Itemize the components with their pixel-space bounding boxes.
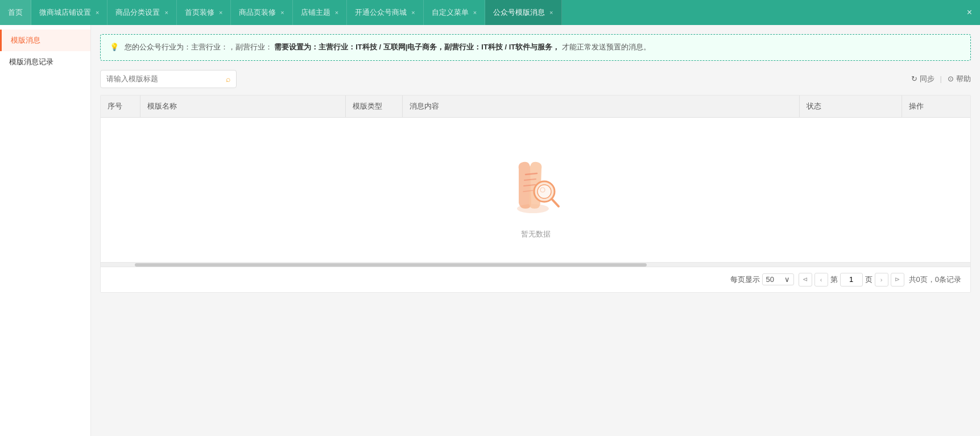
close-icon[interactable]: × bbox=[549, 9, 553, 16]
close-icon[interactable]: × bbox=[335, 9, 338, 16]
chevron-down-icon: ∨ bbox=[784, 275, 790, 284]
prev-page-button[interactable]: ‹ bbox=[814, 273, 828, 286]
close-icon[interactable]: × bbox=[473, 9, 477, 16]
help-label: 帮助 bbox=[956, 74, 971, 84]
page-word: 页 bbox=[865, 275, 873, 285]
page-size-value: 50 bbox=[766, 275, 774, 284]
empty-illustration bbox=[502, 152, 570, 220]
top-navigation: 首页 微商城店铺设置 × 商品分类设置 × 首页装修 × 商品页装修 × 店铺主… bbox=[0, 0, 980, 25]
nav-tab-custom-menu-label: 自定义菜单 bbox=[432, 7, 469, 18]
th-content: 消息内容 bbox=[403, 95, 800, 117]
next-page-button[interactable]: › bbox=[875, 273, 888, 286]
close-icon[interactable]: × bbox=[411, 9, 415, 16]
search-input[interactable] bbox=[106, 74, 226, 83]
last-page-button[interactable]: ⊳ bbox=[891, 273, 904, 286]
nav-tab-home-label: 首页 bbox=[8, 7, 23, 18]
sidebar-item-template-message[interactable]: 模版消息 bbox=[0, 30, 90, 51]
sidebar: 模版消息 模版消息记录 bbox=[0, 25, 91, 436]
empty-text: 暂无数据 bbox=[521, 229, 551, 239]
page-controls: ⊲ ‹ 第 页 › ⊳ bbox=[799, 273, 904, 286]
help-icon: ⊙ bbox=[948, 74, 954, 83]
close-all-icon: × bbox=[967, 7, 972, 18]
th-seq: 序号 bbox=[101, 95, 140, 117]
nav-tab-homepage-decor[interactable]: 首页装修 × bbox=[177, 0, 231, 25]
sync-label: 同步 bbox=[920, 74, 934, 84]
data-table: 序号 模版名称 模版类型 消息内容 状态 操作 bbox=[100, 95, 971, 293]
nav-tab-shop-theme[interactable]: 店铺主题 × bbox=[293, 0, 347, 25]
close-icon[interactable]: × bbox=[96, 9, 99, 16]
search-input-wrap[interactable]: ⌕ bbox=[100, 70, 237, 88]
nav-tab-open-wechat-mall-label: 开通公众号商城 bbox=[355, 7, 407, 18]
nav-tab-category-settings[interactable]: 商品分类设置 × bbox=[107, 0, 176, 25]
divider: | bbox=[940, 74, 942, 83]
nav-tab-shop-theme-label: 店铺主题 bbox=[301, 7, 330, 18]
notice-prefix-text: 您的公众号行业为：主营行业：，副营行业： bbox=[125, 43, 272, 51]
notice-suffix-text: 才能正常发送预置的消息。 bbox=[562, 43, 651, 51]
nav-tab-open-wechat-mall[interactable]: 开通公众号商城 × bbox=[347, 0, 423, 25]
scrollbar-thumb[interactable] bbox=[135, 263, 647, 267]
horizontal-scrollbar[interactable] bbox=[101, 262, 970, 267]
nav-tab-product-decor[interactable]: 商品页装修 × bbox=[231, 0, 292, 25]
page-size-select: 每页显示 50 ∨ bbox=[730, 273, 794, 285]
search-icon[interactable]: ⌕ bbox=[226, 74, 230, 84]
page-di-label: 第 bbox=[830, 275, 838, 285]
search-actions: ↻ 同步 | ⊙ 帮助 bbox=[911, 74, 971, 84]
content-area: 💡 您的公众号行业为：主营行业：，副营行业： 需要设置为：主营行业：IT科技 /… bbox=[91, 25, 980, 436]
page-size-dropdown[interactable]: 50 ∨ bbox=[762, 273, 794, 285]
th-status: 状态 bbox=[800, 95, 902, 117]
nav-tab-home[interactable]: 首页 bbox=[0, 0, 31, 25]
close-all-button[interactable]: × bbox=[959, 0, 980, 25]
th-action: 操作 bbox=[902, 95, 970, 117]
main-layout: 模版消息 模版消息记录 💡 您的公众号行业为：主营行业：，副营行业： 需要设置为… bbox=[0, 25, 980, 436]
nav-tab-wechat-template-label: 公众号模版消息 bbox=[493, 7, 545, 18]
nav-tab-custom-menu[interactable]: 自定义菜单 × bbox=[424, 0, 485, 25]
page-number-input[interactable] bbox=[840, 273, 863, 286]
notice-highlight-text: 需要设置为：主营行业：IT科技 / 互联网|电子商务，副营行业：IT科技 / I… bbox=[274, 43, 560, 51]
th-name: 模版名称 bbox=[140, 95, 346, 117]
nav-tab-shop-settings-label: 微商城店铺设置 bbox=[39, 7, 91, 18]
sync-icon: ↻ bbox=[911, 74, 917, 83]
notice-box: 💡 您的公众号行业为：主营行业：，副营行业： 需要设置为：主营行业：IT科技 /… bbox=[100, 34, 971, 61]
notice-icon: 💡 bbox=[110, 43, 119, 51]
close-icon[interactable]: × bbox=[164, 9, 168, 16]
sidebar-item-template-message-label: 模版消息 bbox=[11, 36, 40, 44]
sidebar-item-template-message-record[interactable]: 模版消息记录 bbox=[0, 51, 90, 73]
help-button[interactable]: ⊙ 帮助 bbox=[948, 74, 971, 84]
close-icon[interactable]: × bbox=[280, 9, 284, 16]
first-page-button[interactable]: ⊲ bbox=[799, 273, 812, 286]
nav-tab-wechat-template[interactable]: 公众号模版消息 × bbox=[485, 0, 561, 25]
search-bar: ⌕ ↻ 同步 | ⊙ 帮助 bbox=[100, 70, 971, 88]
page-size-label: 每页显示 bbox=[730, 275, 760, 285]
nav-tab-shop-settings[interactable]: 微商城店铺设置 × bbox=[31, 0, 107, 25]
empty-state: 暂无数据 bbox=[101, 118, 970, 262]
th-type: 模版类型 bbox=[346, 95, 403, 117]
nav-tab-category-settings-label: 商品分类设置 bbox=[115, 7, 160, 18]
svg-line-7 bbox=[552, 199, 559, 206]
page-total: 共0页，0条记录 bbox=[909, 275, 961, 285]
close-icon[interactable]: × bbox=[219, 9, 222, 16]
table-header: 序号 模版名称 模版类型 消息内容 状态 操作 bbox=[101, 95, 970, 118]
nav-tab-homepage-decor-label: 首页装修 bbox=[185, 7, 214, 18]
sync-button[interactable]: ↻ 同步 bbox=[911, 74, 934, 84]
pagination: 每页显示 50 ∨ ⊲ ‹ 第 页 › ⊳ 共0页，0条记录 bbox=[101, 267, 970, 292]
sidebar-item-template-message-record-label: 模版消息记录 bbox=[9, 57, 53, 66]
nav-tab-product-decor-label: 商品页装修 bbox=[239, 7, 276, 18]
